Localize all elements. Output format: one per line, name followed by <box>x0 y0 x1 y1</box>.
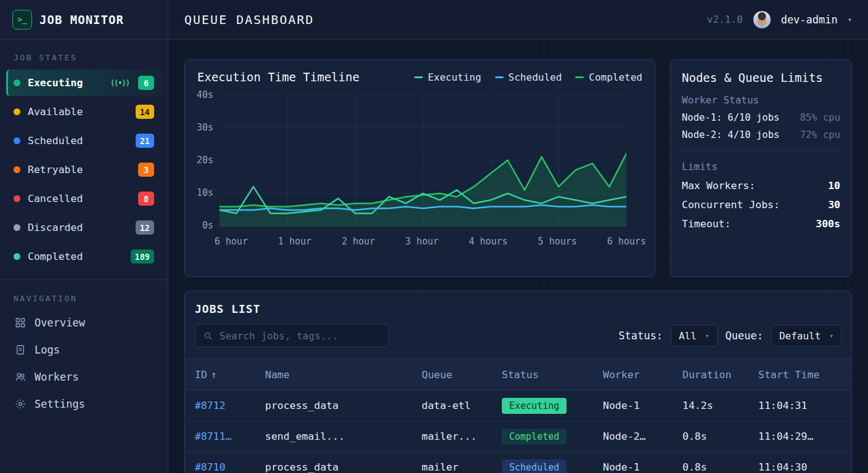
legend-label: Executing <box>428 71 481 83</box>
status-badge: Completed <box>502 429 567 445</box>
nav-label: Workers <box>35 371 79 383</box>
count-badge: 6 <box>138 76 154 90</box>
sidebar-item-overview[interactable]: Overview <box>0 309 168 336</box>
worker-cpu: 72% cpu <box>800 129 840 140</box>
column-id[interactable]: ID↑ <box>195 369 265 381</box>
status-badge: Scheduled <box>502 459 567 473</box>
column-name[interactable]: Name <box>265 369 422 381</box>
status-filter-value: All <box>679 330 697 342</box>
avatar[interactable] <box>753 10 771 29</box>
job-id-link[interactable]: #8711… <box>195 431 265 442</box>
sidebar-item-scheduled[interactable]: Scheduled 21 <box>6 127 162 154</box>
state-label: Retryable <box>28 164 131 176</box>
limits-header: Limits <box>682 161 840 172</box>
column-worker[interactable]: Worker <box>603 369 682 381</box>
users-icon <box>15 371 26 382</box>
job-name: send_email... <box>265 431 422 442</box>
y-tick: 10s <box>192 187 213 198</box>
y-tick: 0s <box>192 220 213 231</box>
job-states-header: JOB STATES <box>0 39 168 68</box>
queue-filter-value: Default <box>779 330 821 342</box>
x-axis: 6 hour 1 hour 2 hour 3 hour 4 hours 5 ho… <box>185 231 655 247</box>
limit-row-concurrent-jobs: Concurrent Jobs: 30 <box>682 199 840 211</box>
table-row[interactable]: #8710 process_data mailer Scheduled Node… <box>185 452 851 473</box>
app-logo-row: >_ JOB MONITOR <box>0 0 168 39</box>
count-badge: 3 <box>138 163 154 177</box>
status-filter-label: Status: <box>618 329 663 342</box>
legend-swatch <box>575 76 584 78</box>
sidebar-item-discarded[interactable]: Discarded 12 <box>6 214 162 241</box>
legend-item-scheduled: Scheduled <box>495 71 562 83</box>
x-tick: 6 hours <box>607 236 646 247</box>
count-badge: 14 <box>136 105 154 119</box>
job-name: process_data <box>265 461 422 473</box>
sidebar-item-retryable[interactable]: Retryable 3 <box>6 156 162 183</box>
x-tick: 1 hour <box>278 236 311 247</box>
x-tick: 3 hour <box>405 236 438 247</box>
legend-item-completed: Completed <box>575 71 642 83</box>
y-tick: 20s <box>192 155 213 166</box>
worker-jobs: 6/10 jobs <box>727 112 779 123</box>
search-box[interactable] <box>195 324 389 347</box>
sidebar-item-available[interactable]: Available 14 <box>6 99 162 125</box>
legend-swatch <box>414 76 423 78</box>
chart-legend: Executing Scheduled Completed <box>414 71 642 83</box>
queue-filter-select[interactable]: Default ▾ <box>771 325 841 347</box>
limit-label: Concurrent Jobs: <box>682 199 780 211</box>
count-badge: 21 <box>136 134 154 148</box>
column-start-time[interactable]: Start Time <box>758 369 841 381</box>
state-label: Available <box>28 106 128 118</box>
table-row[interactable]: #8711… send_email... mailer... Completed… <box>185 421 851 452</box>
state-label: Cancelled <box>28 193 131 204</box>
nodes-card: Nodes & Queue Limits Worker Status Node-… <box>670 59 852 277</box>
job-id-link[interactable]: #8712 <box>195 400 265 411</box>
x-tick: 5 hours <box>538 236 577 247</box>
limit-row-max-workers: Max Workers: 10 <box>682 180 840 192</box>
live-indicator-icon: ((•)) <box>110 79 129 87</box>
chevron-down-icon: ▾ <box>705 332 710 340</box>
count-badge: 12 <box>136 220 154 235</box>
job-duration: 0.8s <box>682 461 758 473</box>
job-id-link[interactable]: #8710 <box>195 461 265 473</box>
app-title: JOB MONITOR <box>39 13 124 26</box>
limit-label: Max Workers: <box>682 180 755 192</box>
state-label: Executing <box>28 77 103 89</box>
navigation-section: NAVIGATION Overview Logs Workers Setting… <box>0 280 168 418</box>
job-queue: mailer... <box>422 431 502 442</box>
divider <box>682 150 840 151</box>
user-menu[interactable]: dev-admin <box>781 14 838 26</box>
count-badge: 8 <box>138 192 154 206</box>
worker-row-node2: Node-2: 4/10 jobs 72% cpu <box>682 129 840 140</box>
job-worker: Node-1 <box>603 461 682 473</box>
worker-cpu: 85% cpu <box>800 112 840 123</box>
sidebar-item-completed[interactable]: Completed 189 <box>6 243 162 270</box>
limit-value: 10 <box>828 180 840 192</box>
grid-icon <box>15 317 26 328</box>
timeline-title: Execution Time Timeline <box>197 70 359 84</box>
sidebar-item-settings[interactable]: Settings <box>0 390 168 418</box>
sidebar-item-logs[interactable]: Logs <box>0 336 168 363</box>
legend-label: Completed <box>589 71 642 83</box>
x-tick: 6 hour <box>215 236 248 247</box>
job-queue: data-etl <box>422 400 502 411</box>
search-input[interactable] <box>219 330 381 342</box>
job-worker: Node-1 <box>603 400 682 411</box>
job-duration: 0.8s <box>682 431 758 442</box>
limit-row-timeout: Timeout: 300s <box>682 218 840 230</box>
nav-label: Settings <box>35 398 85 410</box>
sidebar-item-cancelled[interactable]: Cancelled 8 <box>6 185 162 212</box>
column-duration[interactable]: Duration <box>682 369 758 381</box>
table-row[interactable]: #8712 process_data data-etl Executing No… <box>185 390 851 421</box>
status-badge: Executing <box>502 398 567 414</box>
jobs-list-title: JOBS LIST <box>185 291 851 315</box>
job-worker: Node-2… <box>603 431 682 442</box>
sidebar-item-workers[interactable]: Workers <box>0 363 168 390</box>
job-start-time: 11:04:31 <box>758 400 841 411</box>
chevron-down-icon[interactable]: ▾ <box>848 15 852 24</box>
search-icon <box>203 331 213 341</box>
column-queue[interactable]: Queue <box>422 369 502 381</box>
sidebar-item-executing[interactable]: Executing ((•)) 6 <box>6 70 162 96</box>
nav-label: Logs <box>35 344 60 356</box>
column-status[interactable]: Status <box>502 369 603 381</box>
status-filter-select[interactable]: All ▾ <box>671 325 718 347</box>
